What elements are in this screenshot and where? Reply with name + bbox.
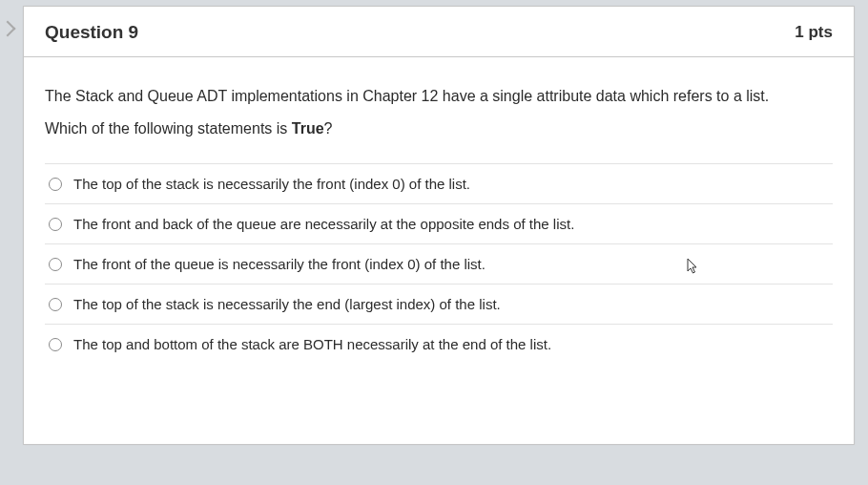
prompt-line-2-post: ? [324, 120, 333, 137]
option-label: The front of the queue is necessarily th… [73, 256, 486, 272]
prompt-line-1: The Stack and Queue ADT implementations … [45, 88, 769, 104]
question-prompt: The Stack and Queue ADT implementations … [24, 57, 854, 163]
option-1[interactable]: The top of the stack is necessarily the … [45, 163, 833, 203]
question-title: Question 9 [45, 22, 138, 43]
option-2[interactable]: The front and back of the queue are nece… [45, 203, 833, 243]
option-label: The top of the stack is necessarily the … [73, 296, 501, 312]
option-3[interactable]: The front of the queue is necessarily th… [45, 243, 833, 284]
radio-icon [49, 218, 62, 231]
option-label: The top of the stack is necessarily the … [73, 176, 470, 192]
chevron-right-icon [0, 21, 15, 37]
prompt-bold: True [292, 120, 324, 137]
question-header: Question 9 1 pts [24, 7, 854, 57]
radio-icon [49, 258, 62, 271]
option-label: The front and back of the queue are nece… [73, 216, 574, 232]
options-list: The top of the stack is necessarily the … [24, 163, 854, 383]
radio-icon [49, 298, 62, 311]
prompt-line-2-pre: Which of the following statements is [45, 120, 292, 137]
option-4[interactable]: The top of the stack is necessarily the … [45, 284, 833, 324]
radio-icon [49, 338, 62, 351]
question-card: Question 9 1 pts The Stack and Queue ADT… [23, 6, 855, 445]
option-5[interactable]: The top and bottom of the stack are BOTH… [45, 324, 833, 364]
option-label: The top and bottom of the stack are BOTH… [73, 336, 551, 352]
radio-icon [49, 178, 62, 191]
question-points: 1 pts [795, 23, 833, 42]
